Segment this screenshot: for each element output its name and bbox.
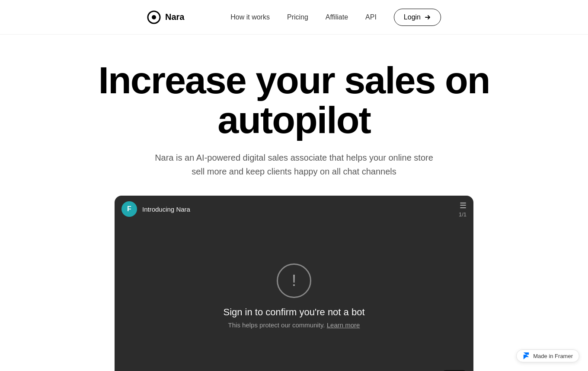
video-avatar: F [121, 201, 137, 217]
logo-text: Nara [165, 12, 184, 22]
sign-in-title: Sign in to confirm you're not a bot [223, 307, 364, 318]
hero-subtitle: Nara is an AI-powered digital sales asso… [155, 151, 433, 178]
playlist-icon: ☰ [460, 201, 467, 210]
nara-logo-icon [147, 10, 161, 24]
video-embed: F Introducing Nara ☰ 1/1 ! Sign in to co… [115, 196, 473, 371]
sign-in-sub: This helps protect our community. Learn … [223, 321, 364, 329]
nav-link-affiliate[interactable]: Affiliate [326, 13, 348, 21]
nav-link-how-it-works[interactable]: How it works [230, 13, 270, 21]
framer-badge[interactable]: Made in Framer [516, 349, 579, 362]
video-message: Sign in to confirm you're not a bot This… [223, 307, 364, 329]
nav-links: How it works Pricing Affiliate API Login [230, 9, 441, 26]
video-counter: ☰ 1/1 [459, 201, 467, 218]
login-button[interactable]: Login [394, 9, 441, 26]
hero-subtitle-line1: Nara is an AI-powered digital sales asso… [155, 153, 433, 162]
hero-title: Increase your sales on autopilot [56, 60, 532, 140]
framer-icon [523, 352, 530, 359]
nav-link-api[interactable]: API [365, 13, 377, 21]
warning-icon: ! [277, 263, 311, 298]
video-title: Introducing Nara [142, 206, 459, 213]
hero-subtitle-line2: sell more and keep clients happy on all … [192, 167, 396, 176]
nav-link-pricing[interactable]: Pricing [287, 13, 308, 21]
learn-more-link[interactable]: Learn more [327, 321, 360, 329]
svg-point-1 [152, 15, 156, 19]
video-body: ! Sign in to confirm you're not a bot Th… [115, 223, 473, 370]
login-label: Login [404, 13, 421, 21]
video-topbar: F Introducing Nara ☰ 1/1 [115, 196, 473, 223]
sign-in-sub-text: This helps protect our community. [228, 321, 325, 329]
framer-label: Made in Framer [533, 353, 573, 359]
logo-link[interactable]: Nara [147, 10, 184, 24]
hero-section: Increase your sales on autopilot Nara is… [0, 35, 588, 371]
video-counter-text: 1/1 [459, 211, 467, 218]
login-arrow-icon [424, 14, 431, 21]
navbar: Nara How it works Pricing Affiliate API … [0, 0, 588, 35]
